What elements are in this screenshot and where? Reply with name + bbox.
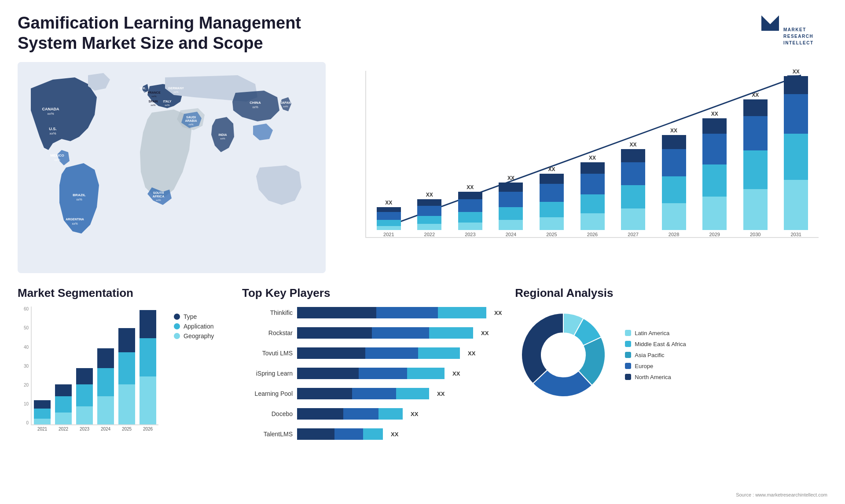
player-bar-label: XX bbox=[411, 411, 418, 417]
bar-segment bbox=[580, 213, 605, 230]
player-bar-segment bbox=[407, 368, 445, 379]
svg-text:BRAZIL: BRAZIL bbox=[73, 193, 85, 197]
seg-bar-segment bbox=[76, 406, 93, 424]
bar-stack bbox=[458, 192, 482, 230]
donut-chart bbox=[515, 307, 612, 403]
player-bar-label: XX bbox=[468, 350, 475, 357]
reg-legend-label: Middle East & Africa bbox=[635, 341, 686, 347]
donut-area: Latin AmericaMiddle East & AfricaAsia Pa… bbox=[515, 307, 827, 403]
svg-text:xx%: xx% bbox=[220, 137, 225, 140]
bar-stack bbox=[377, 207, 401, 230]
svg-text:CANADA: CANADA bbox=[42, 107, 59, 111]
reg-legend-item: Middle East & Africa bbox=[625, 341, 686, 347]
bar-segment bbox=[702, 134, 727, 164]
svg-text:SPAIN: SPAIN bbox=[149, 100, 158, 103]
page-title: Gamification Learning Management System … bbox=[18, 13, 326, 53]
bar-segment bbox=[458, 212, 482, 222]
bar-segment bbox=[743, 99, 768, 116]
bar-year-label: 2022 bbox=[424, 232, 435, 237]
reg-legend-item: Asia Pacific bbox=[625, 352, 686, 358]
main-chart-container: XX2021XX2022XX2023XX2024XX2025XX2026XX20… bbox=[339, 62, 827, 273]
player-bar-area bbox=[297, 367, 445, 380]
seg-bar-segment bbox=[55, 413, 72, 424]
seg-bar-group bbox=[118, 328, 135, 424]
player-bar-segment bbox=[334, 428, 363, 440]
legend-dot-application bbox=[174, 323, 180, 329]
player-bar-segment bbox=[359, 368, 407, 379]
player-bar-segment bbox=[297, 307, 376, 318]
header: Gamification Learning Management System … bbox=[18, 13, 827, 53]
svg-text:FRANCE: FRANCE bbox=[147, 91, 160, 94]
reg-legend-dot bbox=[625, 374, 631, 380]
bar-segment bbox=[499, 192, 523, 207]
bar-group: XX2023 bbox=[452, 184, 489, 237]
seg-bar-segment bbox=[97, 368, 114, 396]
svg-text:GERMANY: GERMANY bbox=[168, 87, 184, 90]
seg-bar-stack bbox=[76, 368, 93, 424]
bar-group: XX2022 bbox=[411, 192, 448, 237]
bar-segment bbox=[540, 217, 564, 230]
bar-top-label: XX bbox=[385, 200, 392, 206]
bar-stack bbox=[743, 99, 768, 230]
seg-bar-segment bbox=[76, 384, 93, 406]
player-bar-area bbox=[297, 387, 429, 400]
bar-year-label: 2028 bbox=[669, 232, 679, 237]
player-bar-segment bbox=[365, 347, 418, 359]
player-name: Docebo bbox=[242, 410, 293, 417]
bar-group: XX2025 bbox=[533, 166, 570, 237]
page-container: Gamification Learning Management System … bbox=[0, 0, 845, 504]
svg-text:xx%: xx% bbox=[283, 105, 288, 108]
bar-group: XX2029 bbox=[696, 111, 733, 237]
legend-item-geography: Geography bbox=[174, 332, 214, 340]
legend-label-geography: Geography bbox=[184, 332, 214, 340]
bar-top-label: XX bbox=[589, 155, 596, 161]
bar-segment bbox=[540, 174, 564, 184]
svg-text:MEXICO: MEXICO bbox=[50, 153, 64, 157]
player-bar-segment bbox=[297, 368, 359, 379]
logo-area: MARKET RESEARCH INTELLECT bbox=[757, 13, 827, 53]
player-row: DoceboXX bbox=[242, 408, 502, 420]
bar-segment bbox=[784, 94, 808, 134]
bar-year-label: 2027 bbox=[628, 232, 638, 237]
bar-segment bbox=[743, 116, 768, 151]
player-name: iSpring Learn bbox=[242, 370, 293, 377]
reg-legend-label: Latin America bbox=[635, 330, 669, 336]
bar-group: XX2021 bbox=[371, 200, 407, 237]
player-bar-segment bbox=[352, 388, 396, 399]
seg-bar-group bbox=[34, 400, 51, 424]
bar-segment bbox=[702, 197, 727, 230]
seg-bar-segment bbox=[140, 310, 156, 338]
bar-segment bbox=[458, 192, 482, 200]
player-bar-segment bbox=[438, 307, 486, 318]
seg-bar-stack bbox=[140, 310, 156, 424]
seg-chart-wrapper: 60 50 40 30 20 10 0 2021 2022 2023 2 bbox=[18, 307, 158, 431]
seg-bar-group bbox=[140, 310, 156, 424]
player-row: iSpring LearnXX bbox=[242, 367, 502, 380]
svg-text:xx%: xx% bbox=[151, 104, 156, 106]
bar-segment bbox=[580, 162, 605, 174]
bar-year-label: 2021 bbox=[383, 232, 394, 237]
player-bar-segment bbox=[297, 347, 365, 359]
player-bar-segment bbox=[418, 347, 460, 359]
segmentation-section: Market Segmentation 60 50 40 30 20 10 0 bbox=[18, 286, 229, 453]
seg-bar-segment bbox=[118, 352, 135, 384]
seg-bar-stack bbox=[97, 348, 114, 424]
legend-item-application: Application bbox=[174, 323, 214, 330]
reg-legend-label: North America bbox=[635, 374, 671, 380]
bottom-section: Market Segmentation 60 50 40 30 20 10 0 bbox=[18, 286, 827, 453]
legend-dot-type bbox=[174, 314, 180, 320]
bar-segment bbox=[743, 189, 768, 230]
bar-segment bbox=[417, 199, 441, 206]
svg-text:JAPAN: JAPAN bbox=[280, 101, 290, 104]
world-map-svg: CANADA xx% U.S. xx% MEXICO xx% BRAZIL xx… bbox=[18, 62, 326, 273]
svg-text:xx%: xx% bbox=[140, 91, 146, 93]
bar-segment bbox=[662, 135, 686, 149]
player-bar-segment bbox=[297, 388, 352, 399]
bar-group: XX2028 bbox=[656, 128, 692, 237]
bar-segment bbox=[499, 207, 523, 220]
bar-segment bbox=[540, 184, 564, 202]
bar-segment bbox=[662, 149, 686, 176]
svg-text:xx%: xx% bbox=[156, 199, 161, 201]
bar-top-label: XX bbox=[711, 111, 718, 117]
bar-stack bbox=[580, 162, 605, 230]
